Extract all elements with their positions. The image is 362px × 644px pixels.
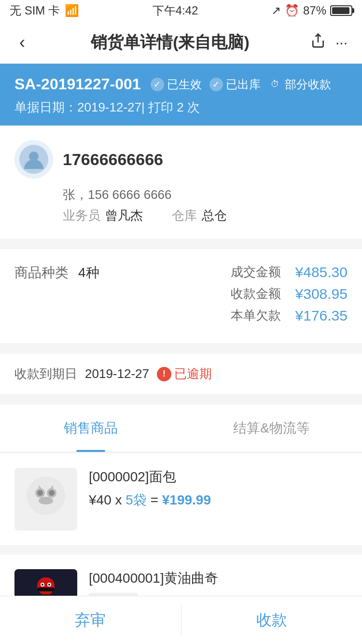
wifi-icon: 📶 [65, 4, 79, 17]
clock-icon: ⏱ [268, 78, 282, 91]
sales-info: 业务员 曾凡杰 [63, 207, 143, 224]
deal-amount: ¥485.30 [295, 264, 348, 280]
collect-payment-button[interactable]: 收款 [181, 596, 362, 644]
badge-partial-label: 部分收款 [285, 77, 331, 92]
separator-3 [0, 395, 362, 405]
debt-row: 本单欠款 ¥176.35 [231, 307, 348, 324]
svg-point-2 [27, 476, 65, 515]
check-icon: ✓ [151, 78, 164, 91]
list-item: [0000002]面包 ¥40 x 5袋 = ¥199.99 [0, 453, 362, 545]
order-date-value: 2019-12-27 [77, 100, 141, 114]
alarm-icon: ⏰ [285, 4, 299, 17]
badge-effective: ✓ 已生效 [151, 77, 202, 92]
due-date: 2019-12-27 [85, 366, 149, 381]
tab-sales[interactable]: 销售商品 [0, 405, 181, 452]
svg-point-18 [42, 584, 43, 586]
check-icon-2: ✓ [209, 78, 223, 91]
warehouse-info: 仓库 总仓 [172, 207, 227, 224]
avatar [14, 140, 53, 179]
overdue-text: 已逾期 [174, 365, 212, 382]
svg-point-19 [48, 584, 50, 586]
svg-point-7 [39, 497, 53, 504]
bottom-bar: 弃审 收款 [0, 596, 362, 644]
location-icon: ↗ [271, 4, 281, 17]
abandon-review-button[interactable]: 弃审 [0, 596, 181, 644]
category-label: 商品种类 [14, 264, 69, 282]
svg-point-5 [37, 490, 43, 496]
collect-payment-label: 收款 [256, 610, 287, 631]
due-section: 收款到期日 2019-12-27 ! 已逾期 [0, 354, 362, 394]
customer-meta: 业务员 曾凡杰 仓库 总仓 [63, 207, 348, 224]
page-title: 销货单详情(来自电脑) [91, 31, 250, 54]
tab-sales-label: 销售商品 [64, 420, 118, 435]
warehouse-label: 仓库 [172, 207, 197, 224]
nav-actions: ··· [310, 33, 348, 52]
separator-1 [0, 239, 362, 249]
stats-category: 商品种类 4种 [14, 264, 99, 282]
nav-bar: ‹ 销货单详情(来自电脑) ··· [0, 21, 362, 64]
stats-amounts: 成交金额 ¥485.30 收款金额 ¥308.95 本单欠款 ¥176.35 [231, 264, 348, 329]
battery-icon [330, 5, 352, 16]
carrier-text: 无 SIM 卡 [10, 3, 60, 18]
status-bar: 无 SIM 卡 📶 下午4:42 ↗ ⏰ 87% [0, 0, 362, 21]
svg-rect-20 [37, 588, 55, 591]
back-button[interactable]: ‹ [14, 28, 30, 57]
product-name-1: [0000002]面包 [89, 468, 348, 486]
product-name-2: [000400001]黄油曲奇 [89, 569, 348, 588]
tabs: 销售商品 结算&物流等 [0, 405, 362, 452]
customer-contact: 张，156 6666 6666 [63, 186, 348, 203]
svg-point-10 [37, 577, 55, 595]
product-price-1: ¥40 x 5袋 = ¥199.99 [89, 491, 348, 509]
overdue-badge: ! 已逾期 [157, 365, 212, 382]
received-label: 收款金额 [231, 285, 281, 302]
order-header: SA-20191227-001 ✓ 已生效 ✓ 已出库 ⏱ 部分收款 单据日期：… [0, 64, 362, 126]
stats-section: 商品种类 4种 成交金额 ¥485.30 收款金额 ¥308.95 本单欠款 ¥… [0, 249, 362, 343]
order-date-label: 单据日期： [14, 100, 77, 114]
product-thumbnail-1 [14, 468, 77, 531]
price-total-1: ¥199.99 [162, 492, 211, 507]
price-eq-1: = [151, 492, 162, 507]
share-button[interactable] [310, 33, 326, 52]
tab-settlement-label: 结算&物流等 [233, 420, 310, 435]
deal-row: 成交金额 ¥485.30 [231, 264, 348, 280]
more-button[interactable]: ··· [335, 34, 348, 51]
tab-settlement[interactable]: 结算&物流等 [181, 405, 362, 452]
order-header-top: SA-20191227-001 ✓ 已生效 ✓ 已出库 ⏱ 部分收款 [14, 75, 348, 93]
user-avatar-icon [19, 145, 48, 174]
category-value: 4种 [78, 264, 99, 282]
customer-section: 17666666666 张，156 6666 6666 业务员 曾凡杰 仓库 总… [0, 126, 362, 238]
svg-point-6 [49, 490, 55, 496]
deal-label: 成交金额 [231, 264, 281, 280]
debt-label: 本单欠款 [231, 307, 281, 324]
battery-fill [332, 7, 349, 14]
price-unit-1: ¥40 [89, 492, 111, 507]
overdue-icon: ! [157, 367, 171, 381]
owl-icon [22, 472, 70, 527]
badge-effective-label: 已生效 [167, 77, 202, 92]
status-left: 无 SIM 卡 📶 [10, 3, 79, 18]
received-row: 收款金额 ¥308.95 [231, 285, 348, 302]
customer-phone: 17666666666 [63, 150, 163, 169]
order-print-info: | 打印 2 次 [141, 100, 200, 114]
order-id: SA-20191227-001 [14, 75, 141, 93]
order-badges: ✓ 已生效 ✓ 已出库 ⏱ 部分收款 [151, 77, 331, 92]
received-amount: ¥308.95 [295, 286, 348, 302]
warehouse-name: 总仓 [202, 207, 227, 224]
separator-2 [0, 344, 362, 354]
badge-partial: ⏱ 部分收款 [268, 77, 331, 92]
tabs-section: 销售商品 结算&物流等 [0, 405, 362, 452]
debt-amount: ¥176.35 [295, 308, 348, 324]
battery-percent: 87% [303, 4, 326, 17]
badge-shipped-label: 已出库 [226, 77, 261, 92]
order-date: 单据日期：2019-12-27| 打印 2 次 [14, 99, 348, 116]
due-label: 收款到期日 [14, 365, 77, 382]
customer-top: 17666666666 [14, 140, 348, 179]
sales-name: 曾凡杰 [105, 207, 143, 224]
badge-shipped: ✓ 已出库 [209, 77, 261, 92]
status-right: ↗ ⏰ 87% [271, 4, 352, 17]
price-x-1: x [115, 492, 126, 507]
abandon-review-label: 弃审 [75, 610, 106, 631]
status-time: 下午4:42 [153, 3, 198, 18]
price-qty-1: 5袋 [125, 492, 147, 507]
product-info-1: [0000002]面包 ¥40 x 5袋 = ¥199.99 [89, 468, 348, 509]
